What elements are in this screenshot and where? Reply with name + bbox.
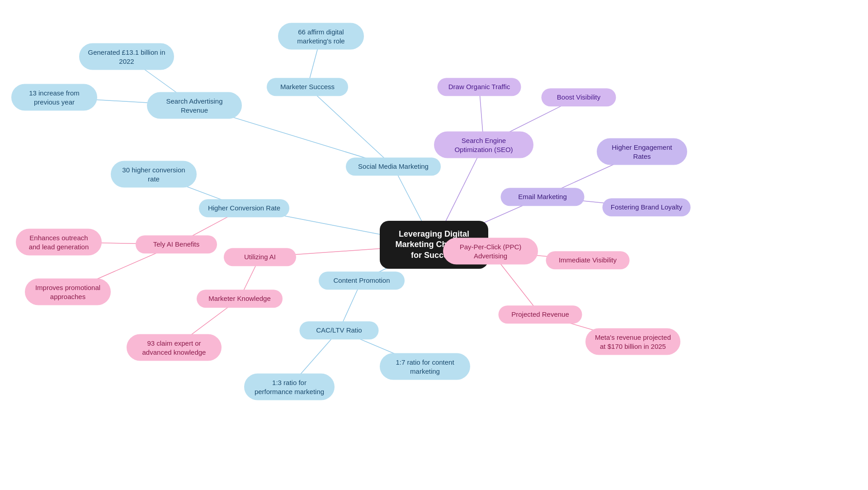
node-thirty-higher: 30 higher conversion rate [111, 161, 197, 188]
node-improves-promotional: Improves promotional approaches [25, 279, 111, 305]
node-generated-billion: Generated £13.1 billion in 2022 [79, 43, 174, 70]
node-higher-conversion-rate: Higher Conversion Rate [199, 199, 289, 217]
node-social-media: Social Media Marketing [346, 157, 441, 176]
node-enhances-outreach: Enhances outreach and lead generation [16, 229, 102, 256]
node-draw-organic: Draw Organic Traffic [438, 78, 521, 96]
node-tely-ai-benefits: Tely AI Benefits [136, 235, 217, 253]
node-content-promotion: Content Promotion [319, 271, 405, 290]
svg-line-8 [307, 87, 393, 167]
node-marketer-knowledge: Marketer Knowledge [197, 290, 283, 308]
node-email-marketing: Email Marketing [501, 188, 585, 206]
node-affirm-digital: 66 affirm digital marketing's role [278, 23, 364, 50]
node-increase-previous: 13 increase from previous year [11, 84, 97, 111]
node-utilizing-ai: Utilizing AI [224, 248, 296, 266]
node-meta-revenue: Meta's revenue projected at $170 billion… [585, 328, 680, 355]
node-ratio-performance: 1:3 ratio for performance marketing [244, 374, 335, 400]
node-93-claim: 93 claim expert or advanced knowledge [127, 334, 222, 361]
node-seo: Search Engine Optimization (SEO) [434, 132, 533, 158]
node-immediate-visibility: Immediate Visibility [546, 251, 630, 269]
node-projected-revenue: Projected Revenue [499, 305, 582, 323]
node-ppc: Pay-Per-Click (PPC) Advertising [443, 238, 538, 265]
node-marketer-success: Marketer Success [267, 78, 348, 96]
mindmap-container: Leveraging Digital Marketing Channels fo… [0, 0, 868, 490]
node-ratio-content: 1:7 ratio for content marketing [380, 353, 470, 380]
node-higher-engagement: Higher Engagement Rates [597, 138, 687, 165]
node-fostering-brand: Fostering Brand Loyalty [603, 198, 691, 216]
node-search-advertising: Search Advertising Revenue [147, 92, 242, 119]
node-cac-ltv: CAC/LTV Ratio [300, 321, 379, 339]
node-boost-visibility: Boost Visibility [542, 88, 616, 106]
